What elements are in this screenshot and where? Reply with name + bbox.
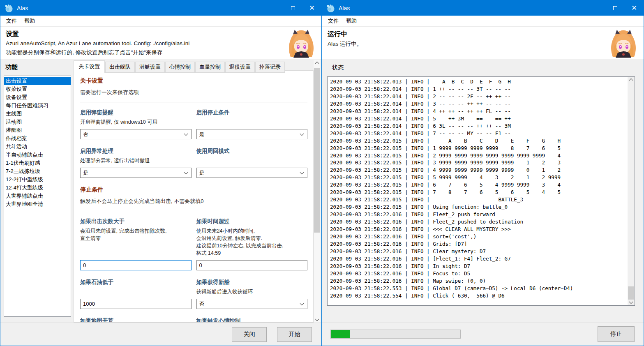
field-label: 如果出击次数大于 xyxy=(80,218,192,225)
field-control: 否 xyxy=(80,126,192,139)
log-scrollbar[interactable] xyxy=(628,77,635,305)
sidebar-item[interactable]: 潜艇图 xyxy=(4,126,71,134)
close-button[interactable]: ✕ xyxy=(625,0,644,16)
sidebar-item[interactable]: 大世界辅助点击 xyxy=(4,192,71,200)
text-input[interactable] xyxy=(196,260,308,270)
maximize-button[interactable] xyxy=(284,0,302,16)
tab[interactable]: 潜艇设置 xyxy=(135,62,165,73)
scroll-up-arrow[interactable] xyxy=(314,60,321,67)
selected-value: 否 xyxy=(199,300,205,308)
dropdown-select[interactable]: 是 xyxy=(196,168,308,178)
log-line: 2020-09-03 21:58:22.016 | INFO | In sigh… xyxy=(330,263,627,270)
form-field: 如果获得新船获得新船后进入收获循环否 xyxy=(196,279,308,309)
form-field: 如果石油低于 xyxy=(80,279,192,309)
dropdown-select[interactable]: 是 xyxy=(196,129,308,139)
minimize-button[interactable] xyxy=(587,0,606,16)
log-line: 2020-09-03 21:58:22.014 | INFO | 2 -- --… xyxy=(330,93,627,100)
scroll-up-arrow[interactable] xyxy=(628,77,635,84)
log-line: 2020-09-03 21:58:22.016 | INFO | Clear m… xyxy=(330,248,627,255)
log-box[interactable]: 2020-09-03 21:58:22.013 | INFO | A B C D… xyxy=(327,76,635,306)
progress-fill xyxy=(331,330,350,338)
sidebar-item[interactable]: 每日任务困难演习 xyxy=(4,101,71,110)
sidebar-item[interactable]: 收菜设置 xyxy=(4,85,71,93)
dropdown-select[interactable]: 否 xyxy=(196,299,308,309)
sidebar-item[interactable]: 设备设置 xyxy=(4,93,71,101)
log-line: 2020-09-03 21:58:22.016 | INFO | Fleet_2… xyxy=(330,211,627,218)
function-listbox[interactable]: 出击设置收菜设置设备设置每日任务困难演习主线图活动图潜艇图作战档案共斗活动半自动… xyxy=(4,76,71,317)
title-bar[interactable]: Alas ✕ xyxy=(0,0,321,16)
dropdown-select[interactable]: 是 xyxy=(80,168,192,178)
chevron-down-icon xyxy=(315,317,319,321)
sidebar-item[interactable]: 1-1伏击刷好感 xyxy=(4,159,71,167)
scroll-down-arrow[interactable] xyxy=(628,298,635,305)
menu-item[interactable]: 文件 xyxy=(2,17,21,25)
page-title: 运行中 xyxy=(328,30,347,39)
sidebar-item[interactable]: 共斗活动 xyxy=(4,143,71,151)
tab[interactable]: 退役设置 xyxy=(225,62,255,73)
minimize-icon xyxy=(272,8,277,8)
menu-item[interactable]: 文件 xyxy=(324,17,342,25)
form-field: 如果时间超过使用未来24小时内的时间,会沿用先前设置, 触发后清零.建议提前10… xyxy=(196,218,308,270)
scrollbar-thumb[interactable] xyxy=(628,286,634,300)
status-label: 状态 xyxy=(332,64,344,72)
field-label: 如果获得新船 xyxy=(196,279,308,286)
log-line: 2020-09-03 21:58:22.015 | INFO | 3 9999 … xyxy=(330,159,627,166)
minimize-button[interactable] xyxy=(265,0,284,16)
field-control xyxy=(196,257,308,270)
sidebar-item[interactable]: 出击设置 xyxy=(4,77,71,85)
dropdown-select[interactable]: 否 xyxy=(80,129,192,139)
field-control: 是 xyxy=(196,164,308,178)
log-line: 2020-09-03 21:58:22.013 | INFO | A B C D… xyxy=(330,78,627,85)
settings-button-bar: 关闭 开始 xyxy=(0,323,321,346)
menu-bar: 文件帮助 xyxy=(322,16,644,27)
field-control xyxy=(80,295,192,309)
sidebar-item[interactable]: 半自动辅助点击 xyxy=(4,151,71,159)
start-button[interactable]: 开始 xyxy=(277,327,312,342)
field-control: 是 xyxy=(196,126,308,139)
sidebar-item[interactable]: 12-2打中型练级 xyxy=(4,175,71,184)
close-icon: ✕ xyxy=(631,5,637,12)
field-help: 处理部分异常, 运行出错时撤退 xyxy=(80,157,192,164)
sidebar-item[interactable]: 7-2三战拣垃圾 xyxy=(4,167,71,175)
close-icon: ✕ xyxy=(309,5,315,12)
runner-header: 运行中 Alas 运行中。 xyxy=(322,27,644,59)
title-bar[interactable]: Alas ✕ xyxy=(322,0,644,16)
chevron-up-icon xyxy=(315,62,319,66)
field-help: 使用未来24小时内的时间, xyxy=(196,227,308,235)
divider xyxy=(80,211,307,211)
text-input[interactable] xyxy=(80,260,192,270)
tab[interactable]: 关卡设置 xyxy=(74,60,105,73)
settings-window: Alas ✕ 文件帮助 设置 AzurLaneAutoScript, An Az… xyxy=(0,0,322,346)
scrollbar-thumb[interactable] xyxy=(314,68,320,233)
log-line: 2020-09-03 21:58:22.014 | INFO | 1 ++ --… xyxy=(330,85,627,93)
field-label: 如果触发心情控制 xyxy=(196,317,308,322)
field-help: 开启弹窗提醒, 仅 windows10 可用 xyxy=(80,118,192,126)
form-field: 使用周回模式是 xyxy=(196,148,308,178)
tab[interactable]: 心情控制 xyxy=(165,62,195,73)
sidebar-item[interactable]: 主线图 xyxy=(4,110,71,118)
scroll-down-arrow[interactable] xyxy=(314,316,321,323)
field-label: 启用异常处理 xyxy=(80,148,192,155)
content-scrollbar[interactable] xyxy=(314,60,321,323)
sidebar-item[interactable]: 12-4打大型练级 xyxy=(4,184,71,192)
text-input[interactable] xyxy=(80,299,192,309)
tab[interactable]: 出击舰队 xyxy=(105,62,135,73)
menu-item[interactable]: 帮助 xyxy=(342,17,360,25)
log-line: 2020-09-03 21:58:22.016 | INFO | [Fleet_… xyxy=(330,255,627,263)
avatar xyxy=(286,28,316,58)
maximize-button[interactable] xyxy=(606,0,625,16)
stop-button[interactable]: 停止 xyxy=(598,326,635,342)
log-line: 2020-09-03 21:58:22.015 | INFO | 6 7 6 5… xyxy=(330,181,627,189)
sidebar-item[interactable]: 作战档案 xyxy=(4,134,71,143)
section-title: 停止条件 xyxy=(80,186,307,194)
close-button[interactable]: ✕ xyxy=(302,0,321,16)
tab[interactable]: 掉落记录 xyxy=(255,62,285,73)
sidebar-item[interactable]: 活动图 xyxy=(4,118,71,126)
log-line: 2020-09-03 21:58:22.014 | INFO | 6 3L --… xyxy=(330,122,627,130)
close-window-button[interactable]: 关闭 xyxy=(232,327,267,342)
field-help: 会沿用先前设置, 触发后清零. xyxy=(196,235,308,242)
menu-item[interactable]: 帮助 xyxy=(21,17,39,25)
sidebar-item[interactable]: 大世界地图全清 xyxy=(4,200,71,208)
tab[interactable]: 血量控制 xyxy=(195,62,225,73)
field-label: 如果时间超过 xyxy=(196,218,308,225)
